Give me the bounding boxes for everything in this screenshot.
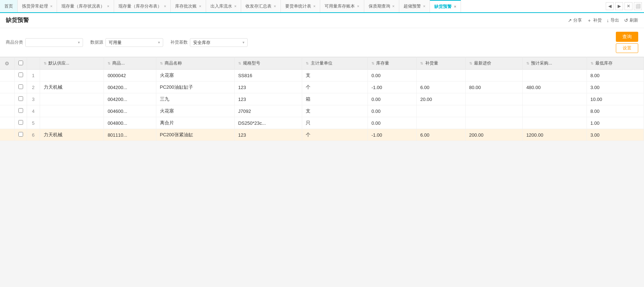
- row-checkbox[interactable]: [18, 108, 23, 113]
- settings-button[interactable]: 设置: [616, 43, 638, 53]
- row-supplier: 力天机械: [40, 81, 104, 93]
- tab-collect-summary[interactable]: 收发存汇总表 ×: [241, 0, 280, 12]
- th-min-stock[interactable]: ⇅ 最低库存: [587, 57, 644, 70]
- tab-close-shortage[interactable]: ×: [454, 4, 456, 9]
- tab-close-order-stat[interactable]: ×: [313, 4, 316, 8]
- share-icon: ↗: [568, 18, 572, 23]
- tab-close-collect-summary[interactable]: ×: [274, 4, 276, 8]
- row-spec: 123: [234, 129, 302, 141]
- th-product-code[interactable]: ⇅ 商品...: [104, 57, 156, 70]
- row-checkbox[interactable]: [18, 84, 23, 89]
- tab-close-batch-account[interactable]: ×: [199, 4, 201, 8]
- tab-anomaly[interactable]: 拣货异常处理 ×: [18, 0, 57, 12]
- refresh-button[interactable]: ↺ 刷新: [624, 17, 638, 23]
- row-check[interactable]: [14, 93, 27, 105]
- tab-inventory-status[interactable]: 现存量（库存状况表） ×: [57, 0, 114, 12]
- row-checkbox[interactable]: [18, 132, 23, 137]
- row-unit: 只: [302, 117, 367, 129]
- query-button[interactable]: 查询: [616, 32, 638, 42]
- row-check[interactable]: [14, 70, 27, 81]
- th-check: [14, 57, 27, 70]
- tab-close-anomaly[interactable]: ×: [50, 4, 52, 8]
- row-gear: [0, 129, 14, 141]
- row-check[interactable]: [14, 117, 27, 129]
- tab-shortage[interactable]: 缺货预警 ×: [430, 0, 461, 12]
- tab-batch-account[interactable]: 库存批次账 ×: [171, 0, 206, 12]
- tab-close-expiry-query[interactable]: ×: [392, 4, 395, 8]
- th-replenish-qty[interactable]: ⇅ 补货量: [417, 57, 465, 70]
- row-check[interactable]: [14, 81, 27, 93]
- tab-available-ledger[interactable]: 可用量库存账本 ×: [320, 0, 364, 12]
- row-checkbox[interactable]: [18, 120, 23, 125]
- th-stock[interactable]: ⇅ 库存量: [367, 57, 416, 70]
- category-select-wrap: [25, 38, 83, 47]
- tab-order-stat[interactable]: 要货单统计表 ×: [281, 0, 320, 12]
- row-unit: 支: [302, 70, 367, 81]
- gear-icon[interactable]: ⚙: [5, 61, 9, 66]
- th-supplier[interactable]: ⇅ 默认供应...: [40, 57, 104, 70]
- datasource-label: 数据源: [90, 39, 103, 45]
- row-gear: [0, 81, 14, 93]
- row-est-purchase: [522, 70, 587, 81]
- sort-latest-price-icon: ⇅: [469, 61, 472, 65]
- replenish-icon: ＋: [587, 17, 592, 24]
- th-index: [27, 57, 40, 70]
- replenish-base-select[interactable]: 安全库存: [190, 38, 248, 47]
- th-latest-price[interactable]: ⇅ 最新进价: [465, 57, 522, 70]
- sort-est-purchase-icon: ⇅: [526, 61, 529, 65]
- tab-nav-buttons: ◀ ▶ ✕ ⬜: [604, 2, 644, 10]
- row-supplier: [40, 93, 104, 105]
- row-product-name: PC200油缸缸子: [156, 81, 234, 93]
- row-product-code: 004600...: [104, 105, 156, 117]
- th-gear: ⚙: [0, 57, 14, 70]
- tab-overstock[interactable]: 超储预警 ×: [399, 0, 430, 12]
- tab-close-overstock[interactable]: ×: [423, 4, 425, 8]
- export-button[interactable]: ↓ 导出: [607, 17, 619, 23]
- page-container: 缺货预警 ↗ 分享 ＋ 补货 ↓ 导出 ↺ 刷新 商品分类: [0, 13, 644, 141]
- row-index: 1: [27, 70, 40, 81]
- tab-inout-flow[interactable]: 出入库流水 ×: [206, 0, 241, 12]
- row-spec: J7092: [234, 105, 302, 117]
- category-select[interactable]: [25, 38, 83, 47]
- tab-close-button[interactable]: ✕: [625, 2, 632, 10]
- th-product-name[interactable]: ⇅ 商品名称: [156, 57, 234, 70]
- tab-expiry-query[interactable]: 保质期查询 ×: [364, 0, 399, 12]
- tab-inventory-dist[interactable]: 现存量（库存分布表） ×: [114, 0, 171, 12]
- row-stock: -1.00: [367, 81, 416, 93]
- tab-close-inventory-status[interactable]: ×: [107, 4, 109, 8]
- row-replenish-qty: [417, 105, 465, 117]
- row-est-purchase: [522, 117, 587, 129]
- tab-close-inout-flow[interactable]: ×: [234, 4, 236, 8]
- row-product-code: 004200...: [104, 81, 156, 93]
- th-unit[interactable]: ⇅ 主计量单位: [302, 57, 367, 70]
- tab-next-button[interactable]: ▶: [615, 2, 623, 10]
- row-checkbox[interactable]: [18, 72, 23, 77]
- row-min-stock: 10.00: [587, 93, 644, 105]
- row-product-name: 火花塞: [156, 70, 234, 81]
- row-est-purchase: 1200.00: [522, 129, 587, 141]
- tab-prev-button[interactable]: ◀: [606, 2, 614, 10]
- row-checkbox[interactable]: [18, 96, 23, 101]
- row-spec: DS250*23c...: [234, 117, 302, 129]
- replenish-base-label: 补货基数: [170, 39, 188, 45]
- row-gear: [0, 93, 14, 105]
- row-stock: -1.00: [367, 129, 416, 141]
- row-check[interactable]: [14, 129, 27, 141]
- tab-maximize-button[interactable]: ⬜: [634, 2, 642, 10]
- sort-product-code-icon: ⇅: [108, 61, 110, 65]
- replenish-button[interactable]: ＋ 补货: [587, 17, 602, 24]
- tab-close-inventory-dist[interactable]: ×: [164, 4, 166, 8]
- share-button[interactable]: ↗ 分享: [568, 17, 582, 23]
- row-replenish-qty: 6.00: [417, 129, 465, 141]
- row-spec: SS816: [234, 70, 302, 81]
- datasource-select[interactable]: 可用量: [105, 38, 163, 47]
- filter-actions: 查询 设置: [616, 32, 638, 53]
- th-spec[interactable]: ⇅ 规格型号: [234, 57, 302, 70]
- select-all-checkbox[interactable]: [18, 61, 23, 65]
- row-check[interactable]: [14, 105, 27, 117]
- tab-close-available-ledger[interactable]: ×: [357, 4, 359, 8]
- th-est-purchase[interactable]: ⇅ 预计采购...: [522, 57, 587, 70]
- tab-home[interactable]: 首页: [0, 0, 18, 12]
- row-latest-price: 200.00: [465, 129, 522, 141]
- row-est-purchase: 480.00: [522, 81, 587, 93]
